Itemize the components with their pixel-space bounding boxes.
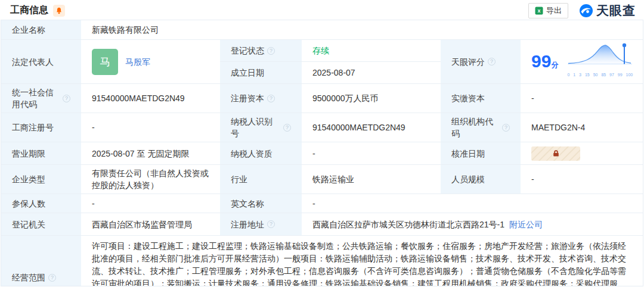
legal-rep-avatar[interactable]: 马	[92, 49, 118, 75]
value-text: 铁路运输业	[312, 173, 354, 185]
field-label-org-code: 组织机构代码 ?	[441, 113, 521, 142]
label-text: 注册资本	[231, 92, 264, 104]
reg-authority-value: 西藏自治区市场监督管理局	[81, 213, 220, 235]
field-label-credit-code: 统一社会信用代码 ?	[1, 84, 81, 113]
table-row: 法定代表人 马 马殷军 登记状态 ? 存续 成立日期 2025-08-07	[1, 40, 643, 84]
value-text: 91540000MAETDG2N49	[312, 121, 405, 133]
company-name-value: 新藏铁路有限公司	[81, 20, 643, 39]
value-text: 2025-08-07 至 无固定期限	[92, 148, 189, 160]
reg-status-value: 存续	[302, 40, 441, 61]
value-text: MAETDG2N-4	[531, 121, 585, 133]
excel-icon: x	[535, 7, 543, 15]
label-text: 统一社会信用代码	[12, 86, 60, 110]
tianyancha-eye-icon	[579, 4, 593, 18]
approval-date-value	[521, 142, 643, 164]
field-label-establish-date: 成立日期	[220, 62, 302, 83]
table-row: 登记状态 ? 存续	[220, 40, 441, 62]
label-text: 人员规模	[451, 173, 485, 185]
credit-code-value: 91540000MAETDG2N49	[81, 84, 220, 113]
label-text: 天眼评分	[451, 56, 485, 68]
brand-name: 天眼查	[596, 2, 636, 19]
masked-value-badge[interactable]	[531, 146, 580, 161]
help-icon[interactable]: ?	[283, 124, 291, 132]
help-icon[interactable]: ?	[488, 58, 496, 65]
field-label-reg-status: 登记状态 ?	[220, 40, 302, 61]
paid-capital-value: -	[521, 84, 643, 113]
business-info-table: 企业名称 新藏铁路有限公司 法定代表人 马 马殷军 登记状态 ? 存续 成立日期	[1, 20, 643, 286]
label-text: 登记状态	[231, 45, 264, 57]
tick-label: 97	[609, 69, 614, 81]
label-text: 注册地址	[231, 219, 264, 230]
tick-label: 99	[618, 69, 623, 81]
table-row: 企业名称 新藏铁路有限公司	[1, 20, 643, 40]
help-icon[interactable]: ?	[267, 95, 275, 102]
legal-rep-link[interactable]: 马殷军	[125, 56, 150, 68]
value-text: 2025-08-07	[312, 67, 355, 79]
taxpayer-qualification-value: -	[302, 142, 441, 164]
taxpayer-id-value: 91540000MAETDG2N49	[302, 113, 441, 142]
table-row: 成立日期 2025-08-07	[220, 62, 441, 83]
field-label-staff-size: 人员规模	[441, 165, 521, 194]
help-icon[interactable]: ?	[48, 274, 56, 282]
tick-label: 50	[593, 69, 598, 81]
table-row: 统一社会信用代码 ? 91540000MAETDG2N49 注册资本 ? 950…	[1, 84, 643, 113]
field-label-company-name: 企业名称	[1, 20, 81, 39]
bell-icon[interactable]	[53, 5, 65, 17]
table-row: 企业类型 有限责任公司（非自然人投资或控股的法人独资） 行业 铁路运输业 人员规…	[1, 165, 643, 194]
field-label-reg-capital: 注册资本 ?	[220, 84, 302, 113]
tianyan-score-value[interactable]: 99分	[521, 40, 643, 83]
business-info-panel: 工商信息 x 导出	[0, 0, 644, 287]
tianyancha-logo[interactable]: 天眼查	[579, 2, 636, 19]
value-text: -	[92, 121, 95, 133]
label-text: 企业类型	[12, 173, 45, 185]
staff-size-value: -	[521, 165, 643, 194]
field-label-industry: 行业	[220, 165, 302, 194]
help-icon[interactable]: ?	[267, 47, 275, 55]
value-text: -	[312, 148, 315, 160]
field-label-legal-rep: 法定代表人	[1, 40, 81, 83]
business-term-value: 2025-08-07 至 无固定期限	[81, 142, 220, 164]
value-text: -	[531, 173, 534, 185]
panel-header: 工商信息 x 导出	[0, 0, 644, 20]
table-row: 经营范围 ? 许可项目：建设工程施工；建设工程监理；铁路运输基础设备制造；公共铁…	[1, 236, 643, 286]
help-icon[interactable]: ?	[502, 124, 510, 132]
label-text: 组织机构代码	[451, 116, 499, 139]
field-label-business-scope: 经营范围 ?	[1, 236, 81, 286]
label-text: 参保人数	[12, 198, 45, 210]
label-text: 工商注册号	[12, 121, 54, 133]
reg-address-value: 西藏自治区拉萨市城关区功德林街道北京西路21号-1 附近公司	[302, 213, 643, 235]
status-date-subgrid: 登记状态 ? 存续 成立日期 2025-08-07	[220, 40, 441, 83]
field-label-tianyan-score: 天眼评分 ?	[441, 40, 521, 83]
value-text: 有限责任公司（非自然人投资或控股的法人独资）	[92, 167, 209, 191]
help-icon[interactable]: ?	[63, 95, 70, 102]
svg-text:x: x	[537, 8, 540, 14]
tick-label: 3	[579, 69, 581, 81]
tick-label: 0	[567, 69, 569, 81]
industry-value: 铁路运输业	[302, 165, 441, 194]
nearby-companies-link[interactable]: 附近公司	[509, 219, 543, 230]
export-button[interactable]: x 导出	[528, 3, 568, 18]
score-curve-icon	[566, 43, 633, 65]
field-label-reg-number: 工商注册号	[1, 113, 81, 142]
score-number: 99	[531, 51, 551, 71]
value-text: 新藏铁路有限公司	[92, 24, 159, 36]
label-text: 成立日期	[231, 67, 264, 79]
status-badge: 存续	[312, 45, 329, 57]
bell-glyph	[55, 7, 63, 14]
value-text: -	[92, 198, 95, 210]
field-label-approval-date: 核准日期	[441, 142, 521, 164]
establish-date-value: 2025-08-07	[302, 62, 441, 83]
help-icon[interactable]: ?	[267, 220, 275, 228]
table-row: 登记机关 西藏自治区市场监督管理局 注册地址 ? 西藏自治区拉萨市城关区功德林街…	[1, 213, 643, 236]
label-text: 经营范围	[12, 272, 45, 283]
label-text: 行业	[231, 173, 247, 185]
label-text: 英文名称	[231, 198, 264, 210]
label-text: 登记机关	[12, 219, 45, 230]
value-text: 西藏自治区拉萨市城关区功德林街道北京西路21号-1	[312, 219, 504, 230]
score-unit: 分	[551, 61, 558, 69]
tick-label: 100	[626, 69, 633, 81]
field-label-paid-capital: 实缴资本	[441, 84, 521, 113]
reg-capital-value: 9500000万人民币	[302, 84, 441, 113]
field-label-insured-count: 参保人数	[1, 194, 81, 213]
tick-label: 1	[573, 69, 575, 81]
